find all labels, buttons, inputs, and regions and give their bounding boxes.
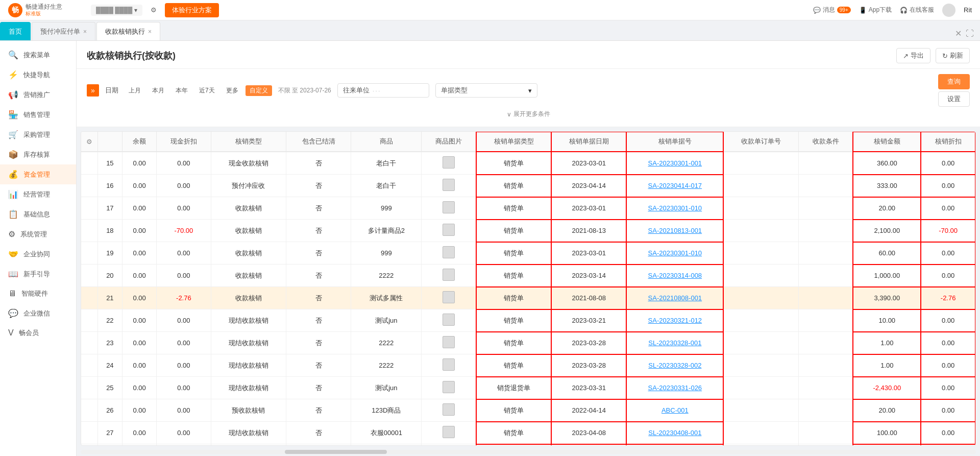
industry-btn[interactable]: 体验行业方案: [165, 3, 219, 17]
row-bill-no[interactable]: SA-20210808-001: [626, 287, 723, 309]
bill-type-filter[interactable]: 单据类型 ▾: [435, 83, 537, 98]
row-write-off-amount: 100.00: [853, 444, 921, 446]
row-write-off-type: 现结收款核销: [211, 444, 286, 446]
online-service-item[interactable]: 🎧 在线客服: [900, 6, 934, 14]
goods-thumbnail: [443, 201, 455, 213]
export-button[interactable]: ↗ 导出: [896, 48, 930, 63]
message-item[interactable]: 💬 消息 99+: [813, 6, 851, 14]
date-opt-7days[interactable]: 近7天: [195, 85, 219, 96]
scrollbar-thumb[interactable]: [285, 450, 387, 454]
goods-thumbnail: [443, 156, 455, 169]
tab-prepayment-close[interactable]: ×: [83, 28, 87, 35]
sidebar-item-wechat[interactable]: 💬 企业微信: [0, 303, 76, 323]
table-row: 170.000.00收款核销否999销货单2023-03-01SA-202303…: [81, 197, 975, 220]
row-write-off-type: 收款核销: [211, 220, 286, 242]
row-balance: 0.00: [122, 399, 157, 422]
row-bill-no[interactable]: SA-20230301-010: [626, 242, 723, 265]
row-bill-no[interactable]: SA-20230414-017: [626, 175, 723, 197]
row-bill-no[interactable]: SL-20230328-001: [626, 332, 723, 354]
goods-img-cell: [422, 197, 476, 220]
row-bill-no[interactable]: SA-20210813-001: [626, 220, 723, 242]
sidebar-item-marketing[interactable]: 📢 营销推广: [0, 85, 76, 105]
row-write-off-discount: -70.00: [921, 220, 975, 242]
date-opt-last-month[interactable]: 上月: [125, 85, 145, 96]
row-seq: 20: [97, 265, 122, 287]
row-cash-discount: 0.00: [156, 152, 211, 175]
sidebar-item-inventory[interactable]: 📦 库存核算: [0, 145, 76, 164]
finance-icon: 💰: [8, 170, 18, 179]
col-settings[interactable]: ⚙: [81, 132, 97, 152]
row-cash-discount: -2.76: [156, 287, 211, 309]
row-balance: 0.00: [122, 175, 157, 197]
sidebar-item-enterprise[interactable]: 🤝 企业协同: [0, 244, 76, 264]
row-bill-date: 2023-04-18: [551, 444, 626, 446]
sidebar-item-system[interactable]: ⚙ 系统管理: [0, 224, 76, 244]
horizontal-scrollbar[interactable]: [81, 450, 976, 454]
row-included: 否: [286, 220, 351, 242]
row-bill-no[interactable]: SA-20230314-008: [626, 265, 723, 287]
user-name[interactable]: Rit: [964, 6, 972, 14]
row-balance: 0.00: [122, 152, 157, 175]
row-bill-no[interactable]: SA-20230331-026: [626, 377, 723, 399]
gear-button[interactable]: ⚙: [146, 3, 161, 17]
row-goods: 2222: [351, 332, 422, 354]
sidebar-item-guide[interactable]: 📖 新手引导: [0, 264, 76, 284]
row-bill-no[interactable]: SA-20230301-001: [626, 152, 723, 175]
expand-button[interactable]: »: [87, 84, 99, 97]
marketing-icon: 📢: [8, 90, 18, 100]
row-seq: 18: [97, 220, 122, 242]
expand-conditions-button[interactable]: ∨ 展开更多条件: [87, 107, 970, 122]
row-included: 否: [286, 242, 351, 265]
tab-home[interactable]: 首页: [0, 22, 31, 40]
row-checkbox: [81, 242, 97, 265]
sidebar-item-sales[interactable]: 🏪 销售管理: [0, 105, 76, 125]
sidebar-item-basic-info[interactable]: 📋 基础信息: [0, 204, 76, 224]
row-goods: 999: [351, 242, 422, 265]
row-write-off-amount: 2,100.00: [853, 220, 921, 242]
date-opt-this-month[interactable]: 本月: [148, 85, 168, 96]
tab-writeoff-label: 收款核销执行: [105, 27, 145, 36]
row-bill-no[interactable]: ABC-001: [626, 399, 723, 422]
sidebar-item-member[interactable]: V 畅会员: [0, 323, 76, 343]
row-write-off-type: 现结收款核销: [211, 377, 286, 399]
row-bill-no[interactable]: SL-20230418-001: [626, 444, 723, 446]
sidebar-item-purchase[interactable]: 🛒 采购管理: [0, 125, 76, 145]
row-write-off-amount: 1,000.00: [853, 265, 921, 287]
row-seq: 21: [97, 287, 122, 309]
table-row: 220.000.00现结收款核销否测试jun销货单2023-03-21SA-20…: [81, 309, 975, 332]
user-avatar[interactable]: [942, 4, 955, 17]
sidebar-item-search[interactable]: 🔍 搜索菜单: [0, 45, 76, 65]
row-bill-type: 销货单: [476, 265, 551, 287]
tab-writeoff-close[interactable]: ×: [148, 28, 152, 35]
date-opt-more[interactable]: 更多: [222, 85, 242, 96]
settings-button[interactable]: 设置: [938, 91, 970, 107]
row-bill-type: 销货单: [476, 287, 551, 309]
row-write-off-discount: 0.00: [921, 175, 975, 197]
tab-prepayment[interactable]: 预付冲应付单 ×: [32, 22, 95, 40]
row-checkbox: [81, 287, 97, 309]
sidebar-item-operations[interactable]: 📊 经营管理: [0, 184, 76, 204]
row-goods: 123D商品: [351, 399, 422, 422]
sidebar-item-smart-hw[interactable]: 🖥 智能硬件: [0, 284, 76, 303]
company-selector[interactable]: ████ ████ ▾: [91, 5, 142, 16]
from-unit-label: 往来单位: [343, 86, 370, 95]
row-write-off-discount: 0.00: [921, 197, 975, 220]
date-opt-custom[interactable]: 自定义: [246, 85, 272, 96]
row-write-off-discount: 0.00: [921, 332, 975, 354]
from-unit-filter[interactable]: 往来单位 ···: [337, 83, 429, 98]
query-button[interactable]: 查询: [938, 74, 970, 89]
table-row: 270.000.00现结收款核销否衣服00001销货单2023-04-08SL-…: [81, 422, 975, 444]
row-write-off-type: 现结收款核销: [211, 332, 286, 354]
date-opt-this-year[interactable]: 本年: [172, 85, 192, 96]
close-window-icon[interactable]: ✕: [955, 29, 962, 38]
row-bill-no[interactable]: SL-20230328-002: [626, 354, 723, 377]
row-bill-no[interactable]: SL-20230408-001: [626, 422, 723, 444]
sidebar-item-quick-nav[interactable]: ⚡ 快捷导航: [0, 65, 76, 85]
refresh-button[interactable]: ↻ 刷新: [936, 48, 970, 63]
expand-window-icon[interactable]: ⛶: [966, 29, 974, 38]
row-bill-no[interactable]: SA-20230321-012: [626, 309, 723, 332]
sidebar-item-finance[interactable]: 💰 资金管理: [0, 164, 76, 184]
row-bill-no[interactable]: SA-20230301-010: [626, 197, 723, 220]
tab-writeoff[interactable]: 收款核销执行 ×: [96, 22, 160, 40]
app-download-item[interactable]: 📱 App下载: [859, 6, 892, 14]
